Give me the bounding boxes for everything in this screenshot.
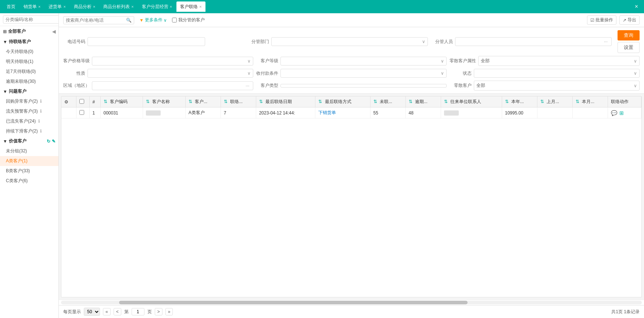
col-contact-person[interactable]: ⇅ 往来单位联系人 bbox=[441, 96, 502, 107]
cell-checkbox[interactable] bbox=[76, 107, 89, 119]
sort-icon-7: ⇅ bbox=[373, 99, 377, 104]
sidebar-value-customers-header[interactable]: ▼ 价值客户 ↻ ✎ bbox=[0, 136, 58, 146]
col-checkbox[interactable] bbox=[76, 96, 89, 107]
cell-last-contact-method[interactable]: 下销货单 bbox=[315, 107, 370, 119]
cell-code: 000031 bbox=[100, 107, 143, 119]
cell-last-contact-date: 2023-04-12 14:44: bbox=[256, 107, 315, 119]
nav-close-sales[interactable]: × bbox=[38, 4, 40, 9]
customer-table-wrapper: ⚙ # ⇅ 客户编码 ⇅ 客户名称 bbox=[61, 96, 642, 297]
phone-input[interactable] bbox=[87, 37, 205, 46]
nav-close-customer-contact[interactable]: × bbox=[199, 4, 201, 9]
sidebar-search-input[interactable] bbox=[3, 15, 59, 24]
sidebar-item-repurchase-abnormal[interactable]: 回购异常客户(2) ℹ bbox=[0, 96, 58, 106]
col-this-year[interactable]: ⇅ 本年... bbox=[502, 96, 537, 107]
col-no-contact-days[interactable]: ⇅ 未联... bbox=[370, 96, 405, 107]
query-button[interactable]: 查询 bbox=[618, 30, 640, 40]
main-layout: 🔍 ⊞ 全部客户 ◀ ▼ 待联络客户 今天待联络(0) 明天待联络(1) 近7天… bbox=[0, 13, 644, 318]
sidebar-item-class-a[interactable]: A类客户(1) bbox=[0, 156, 58, 166]
payment-select[interactable]: ∨ bbox=[280, 69, 446, 78]
sidebar-item-today[interactable]: 今天待联络(0) bbox=[0, 47, 58, 57]
sidebar-item-ungrouped[interactable]: 未分组(32) bbox=[0, 146, 58, 156]
sidebar-item-churn-warning[interactable]: 流失预警客户(3) ℹ bbox=[0, 106, 58, 116]
last-page-button[interactable]: » bbox=[165, 308, 173, 315]
sidebar-pending-contact-header[interactable]: ▼ 待联络客户 bbox=[0, 37, 58, 47]
payment-field: 收付款条件 ∨ bbox=[256, 69, 446, 78]
sidebar-item-tomorrow[interactable]: 明天待联络(1) bbox=[0, 57, 58, 67]
scroll-track bbox=[61, 301, 642, 304]
col-settings[interactable]: ⚙ bbox=[61, 96, 76, 107]
my-customers-checkbox-label[interactable]: 我分管的客户 bbox=[172, 17, 205, 23]
sidebar-item-7days[interactable]: 近7天待联络(0) bbox=[0, 67, 58, 77]
nav-home[interactable]: 首页 bbox=[3, 1, 19, 12]
scroll-thumb[interactable] bbox=[119, 301, 468, 304]
settings-icon[interactable]: ⚙ bbox=[64, 99, 68, 105]
my-customers-checkbox[interactable] bbox=[172, 18, 177, 22]
col-customer-code[interactable]: ⇅ 客户编码 bbox=[100, 96, 143, 107]
price-level-select[interactable]: ∨ bbox=[92, 57, 253, 66]
nav-close-product-list[interactable]: × bbox=[131, 4, 133, 9]
nav-customer-contact[interactable]: 客户联络 × bbox=[176, 1, 205, 12]
batch-op-button[interactable]: ☑ 批量操作 bbox=[587, 15, 616, 25]
region-more-btn[interactable]: ··· bbox=[244, 83, 251, 88]
nav-purchase-order[interactable]: 进货单 × bbox=[45, 1, 69, 12]
more-filter-button[interactable]: ▼ 更多条件 ∨ bbox=[137, 16, 169, 24]
settings-button[interactable]: 设置 bbox=[618, 42, 640, 53]
sort-icon-11: ⇅ bbox=[540, 99, 544, 104]
nav-close-customer-tier[interactable]: × bbox=[170, 4, 172, 9]
cell-index: 1 bbox=[89, 107, 100, 119]
staff-more-btn[interactable]: ··· bbox=[602, 39, 609, 44]
page-size-select[interactable]: 50 bbox=[84, 308, 100, 316]
page-label-2: 页 bbox=[147, 309, 152, 315]
customer-type-select[interactable] bbox=[280, 84, 446, 88]
horizontal-scrollbar[interactable] bbox=[59, 300, 644, 305]
refresh-icon[interactable]: ↻ bbox=[47, 139, 50, 144]
sidebar-all-customers[interactable]: ⊞ 全部客户 ◀ bbox=[0, 26, 58, 37]
nature-select[interactable]: ∨ bbox=[87, 69, 253, 78]
first-page-button[interactable]: « bbox=[103, 308, 111, 315]
blurred-contact-person: RE . bbox=[444, 110, 459, 116]
dept-select[interactable]: ∨ bbox=[271, 37, 428, 46]
sort-icon-10: ⇅ bbox=[505, 99, 509, 104]
sidebar-collapse-icon[interactable]: ◀ bbox=[52, 29, 56, 34]
last-contact-link[interactable]: 下销货单 bbox=[318, 110, 336, 115]
chevron-down-icon: ∨ bbox=[164, 18, 167, 23]
col-last-contact-method[interactable]: ⇅ 最后联络方式 bbox=[315, 96, 370, 107]
grid-action-icon[interactable]: ⊞ bbox=[619, 110, 624, 116]
nav-customer-tier[interactable]: 客户分层经营 × bbox=[138, 1, 176, 12]
page-number-input[interactable] bbox=[132, 308, 144, 315]
select-all-checkbox[interactable] bbox=[79, 99, 84, 104]
sidebar-item-churned[interactable]: 已流失客户(24) ℹ bbox=[0, 116, 58, 126]
retail-attr-select[interactable]: 全部 ∨ bbox=[478, 56, 640, 66]
retail-customer-select[interactable]: 全部 ∨ bbox=[474, 81, 640, 91]
status-select[interactable]: ∨ bbox=[474, 69, 640, 78]
sidebar-item-declining[interactable]: 持续下滑客户(2) ℹ bbox=[0, 126, 58, 136]
col-overdue-days[interactable]: ⇅ 逾期... bbox=[405, 96, 441, 107]
export-button[interactable]: ↗ 导出 bbox=[619, 15, 640, 25]
nav-close-purchase[interactable]: × bbox=[63, 4, 65, 9]
staff-select[interactable]: ··· bbox=[455, 37, 612, 46]
col-customer-type[interactable]: ⇅ 客户... bbox=[185, 96, 221, 107]
col-last-month[interactable]: ⇅ 上月... bbox=[537, 96, 572, 107]
nav-product-analysis-list[interactable]: 商品分析列表 × bbox=[100, 1, 137, 12]
sidebar-item-overdue[interactable]: 逾期未联络(30) bbox=[0, 77, 58, 86]
chat-action-icon[interactable]: 💬 bbox=[611, 110, 617, 116]
customer-level-select[interactable]: ∨ bbox=[280, 57, 446, 66]
nav-product-analysis[interactable]: 商品分析 × bbox=[70, 1, 99, 12]
col-contact-count[interactable]: ⇅ 联络... bbox=[221, 96, 256, 107]
col-this-month[interactable]: ⇅ 本月... bbox=[572, 96, 608, 107]
prev-page-button[interactable]: < bbox=[114, 308, 121, 315]
nav-sales-order[interactable]: 销货单 × bbox=[20, 1, 44, 12]
edit-icon[interactable]: ✎ bbox=[52, 139, 56, 144]
search-input[interactable] bbox=[66, 18, 125, 23]
col-customer-name[interactable]: ⇅ 客户名称 bbox=[143, 96, 186, 107]
region-select[interactable]: ··· bbox=[92, 81, 253, 90]
search-icon[interactable]: 🔍 bbox=[126, 18, 132, 23]
next-page-button[interactable]: > bbox=[155, 308, 162, 315]
sidebar-item-class-c[interactable]: C类客户(6) bbox=[0, 176, 58, 186]
col-last-contact-date[interactable]: ⇅ 最后联络日期 bbox=[256, 96, 315, 107]
close-all-tabs-button[interactable]: × bbox=[632, 3, 641, 10]
nav-close-product-analysis[interactable]: × bbox=[93, 4, 95, 9]
sidebar-problem-customers-header[interactable]: ▼ 问题客户 bbox=[0, 86, 58, 96]
sidebar-item-class-b[interactable]: B类客户(33) bbox=[0, 166, 58, 176]
row-checkbox[interactable] bbox=[79, 110, 84, 115]
